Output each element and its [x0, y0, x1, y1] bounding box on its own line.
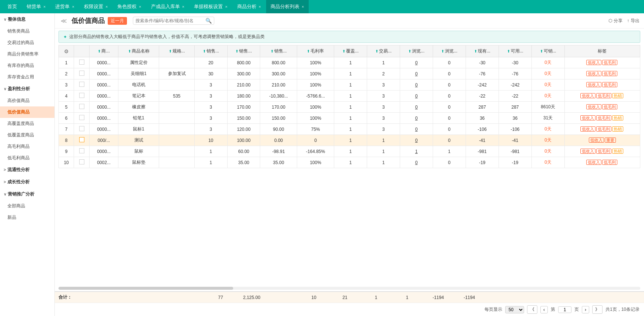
- sidebar-group-流通性分析[interactable]: >流通性分析: [0, 164, 54, 176]
- view-link[interactable]: 1: [415, 149, 418, 154]
- nav-close-icon[interactable]: ×: [225, 4, 227, 9]
- col-header-available[interactable]: ⬆可用...: [499, 45, 531, 57]
- col-header-saleable[interactable]: ⬆可销...: [531, 45, 564, 57]
- sidebar-item-交易过的商品[interactable]: 交易过的商品: [0, 37, 54, 48]
- nav-close-icon[interactable]: ×: [139, 4, 141, 9]
- product-code: 0002...: [90, 157, 118, 168]
- col-header-sales_amount[interactable]: ⬆销售...: [227, 45, 260, 57]
- table-row: 40000...笔记本5353180.00-10,380...-5766.6..…: [59, 91, 640, 102]
- view-link[interactable]: 0: [415, 94, 418, 99]
- row-checkbox: [74, 68, 90, 79]
- col-header-sales_cost[interactable]: ⬆销售...: [260, 45, 297, 57]
- col-header-view1[interactable]: ⬆浏览...: [400, 45, 433, 57]
- search-input[interactable]: [135, 18, 205, 23]
- product-code: 0000...: [90, 57, 118, 68]
- nav-item-进货单[interactable]: 进货单×: [51, 0, 78, 13]
- sidebar-item-高覆盖度商品[interactable]: 高覆盖度商品: [0, 118, 54, 129]
- nav-item-销货单[interactable]: 销货单×: [22, 0, 50, 13]
- group-arrow-icon: ∨: [4, 192, 6, 196]
- col-header-trade[interactable]: ⬆交易...: [367, 45, 400, 57]
- sidebar-item-新品[interactable]: 新品: [0, 212, 54, 223]
- table-row: 30000...电话机3210.00210.00100%1300-242-242…: [59, 79, 640, 91]
- nav-item-权限设置[interactable]: 权限设置×: [80, 0, 112, 13]
- next-page-button[interactable]: ›: [582, 306, 589, 313]
- nav-close-icon[interactable]: ×: [105, 4, 108, 9]
- sales-cost: 210.00: [260, 79, 297, 91]
- saleable-days: 0天: [544, 160, 551, 165]
- collapse-sidebar-button[interactable]: ≪: [59, 17, 68, 24]
- nav-close-icon[interactable]: ×: [182, 4, 184, 9]
- nav-item-商品分析[interactable]: 商品分析×: [233, 0, 265, 13]
- sort-icon: ⬆: [271, 49, 274, 53]
- col-header-view2[interactable]: ⬆浏览...: [433, 45, 466, 57]
- nav-close-icon[interactable]: ×: [43, 4, 46, 9]
- row-checkbox-input[interactable]: [79, 148, 84, 153]
- prev-page-button[interactable]: ‹: [540, 306, 548, 313]
- nav-item-单据模板设置[interactable]: 单据模板设置×: [189, 0, 232, 13]
- export-button[interactable]: ↑ 导出: [627, 18, 640, 24]
- trade: 3: [367, 79, 400, 91]
- col-header-name[interactable]: ⬆商品名称: [118, 45, 159, 57]
- sidebar-group-整体信息[interactable]: ∨整体信息: [0, 13, 54, 26]
- search-icon[interactable]: 🔍: [205, 18, 212, 24]
- row-checkbox-input[interactable]: [79, 60, 84, 65]
- view-link[interactable]: 0: [415, 138, 418, 143]
- sidebar-group-盈利性分析[interactable]: ∨盈利性分析: [0, 83, 54, 95]
- nav-item-角色授权[interactable]: 角色授权×: [113, 0, 145, 13]
- product-name: 橡皮擦: [118, 102, 159, 113]
- col-header-coverage[interactable]: ⬆覆盖...: [334, 45, 367, 57]
- row-checkbox-input[interactable]: [79, 115, 84, 120]
- sidebar-item-有库存的商品[interactable]: 有库存的商品: [0, 60, 54, 71]
- nav-close-icon[interactable]: ×: [259, 4, 261, 9]
- nav-close-icon[interactable]: ×: [302, 4, 304, 9]
- col-header-margin[interactable]: ⬆毛利率: [297, 45, 334, 57]
- sidebar-item-高毛利商品[interactable]: 高毛利商品: [0, 141, 54, 152]
- nav-item-商品分析列表[interactable]: 商品分析列表×: [266, 0, 308, 13]
- sidebar-item-低价值商品[interactable]: 低价值商品: [0, 106, 54, 118]
- tags: 低收入低毛利: [564, 157, 640, 168]
- scrollbar-thumb[interactable]: [58, 287, 233, 290]
- view-link[interactable]: 0: [415, 71, 418, 77]
- sidebar-item-商品分类销售率[interactable]: 商品分类销售率: [0, 48, 54, 60]
- first-page-button[interactable]: 《: [527, 305, 537, 314]
- nav-item-首页[interactable]: 首页: [3, 0, 21, 13]
- row-checkbox-input[interactable]: [79, 104, 84, 109]
- view-link[interactable]: 0: [415, 116, 418, 121]
- sidebar-group-营销推广分析[interactable]: ∨营销推广分析: [0, 188, 54, 200]
- sidebar-item-销售类商品[interactable]: 销售类商品: [0, 26, 54, 37]
- sidebar-item-高价值商品[interactable]: 高价值商品: [0, 95, 54, 106]
- col-header-code[interactable]: ⬆商...: [90, 45, 118, 57]
- gear-icon[interactable]: ⚙: [64, 48, 69, 54]
- row-checkbox-input[interactable]: [79, 137, 84, 142]
- col-header-sales_qty[interactable]: ⬆销售...: [194, 45, 227, 57]
- view-link[interactable]: 0: [415, 160, 418, 165]
- sidebar-item-库存资金占用[interactable]: 库存资金占用: [0, 71, 54, 83]
- time-tag[interactable]: 近一月: [108, 17, 127, 25]
- view-link[interactable]: 0: [415, 127, 418, 132]
- view-link[interactable]: 0: [415, 60, 418, 65]
- sidebar-item-全部商品[interactable]: 全部商品: [0, 200, 54, 212]
- nav-close-icon[interactable]: ×: [72, 4, 74, 9]
- sales-qty: 30: [194, 68, 227, 79]
- page-number-input[interactable]: [558, 306, 571, 313]
- view-link[interactable]: 0: [415, 105, 418, 110]
- row-checkbox-input[interactable]: [79, 126, 84, 131]
- last-page-button[interactable]: 》: [592, 305, 603, 314]
- view-link[interactable]: 0: [415, 82, 418, 88]
- row-checkbox-input[interactable]: [79, 159, 84, 164]
- col-header-spec[interactable]: ⬆规格...: [159, 45, 194, 57]
- product-spec: [159, 135, 194, 146]
- sidebar-item-低覆盖度商品[interactable]: 低覆盖度商品: [0, 129, 54, 141]
- sidebar-group-成长性分析[interactable]: >成长性分析: [0, 176, 54, 188]
- row-checkbox-input[interactable]: [79, 82, 84, 87]
- share-button[interactable]: ⬡ 分享: [608, 18, 623, 24]
- row-checkbox-input[interactable]: [79, 71, 84, 76]
- current-stock: -19: [466, 157, 499, 168]
- sidebar-item-低毛利商品[interactable]: 低毛利商品: [0, 152, 54, 164]
- horizontal-scrollbar[interactable]: [58, 287, 640, 290]
- product-name: 铅笔1: [118, 113, 159, 124]
- row-checkbox-input[interactable]: [79, 93, 84, 98]
- per-page-select[interactable]: 50 20 100: [505, 306, 524, 313]
- nav-item-产成品入库单[interactable]: 产成品入库单×: [147, 0, 189, 13]
- col-header-current_stock[interactable]: ⬆现有...: [466, 45, 499, 57]
